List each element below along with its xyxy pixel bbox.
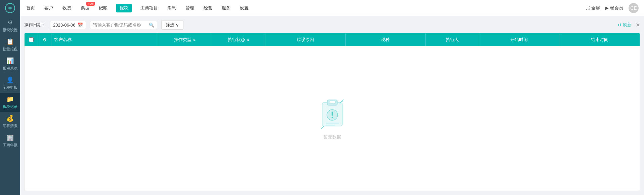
th-operation-type[interactable]: 操作类型 ⇅ — [158, 33, 212, 46]
date-input[interactable]: 2023-06-06 📅 — [50, 21, 86, 29]
start-time-label: 开始时间 — [510, 37, 528, 43]
calendar-icon: 📅 — [78, 23, 83, 28]
sidebar-item-label: 工商年报 — [3, 143, 17, 148]
topnav-right: ⛶ 全屏 ▶ 畅会员 CE — [586, 3, 639, 13]
member-label: 畅会员 — [610, 5, 623, 11]
nav-piaoju[interactable]: 票据 new — [80, 4, 90, 12]
sidebar-item-geshuishenbao[interactable]: 👤 个税申报 — [0, 74, 20, 93]
error-reason-label: 错误原因 — [297, 37, 314, 43]
overview-icon: 📊 — [6, 57, 14, 65]
refresh-icon: ↺ — [618, 23, 621, 28]
sidebar-item-label: 个税申报 — [3, 85, 17, 90]
th-end-time: 结束时间 — [559, 33, 640, 46]
tax-type-label: 税种 — [381, 37, 390, 43]
logo — [0, 0, 20, 16]
person-icon: 👤 — [6, 76, 14, 84]
toolbar: 操作日期： 2023-06-06 📅 🔍 筛选 ∨ ↺ 刷新 ✕ — [24, 20, 640, 30]
empty-illustration — [317, 96, 347, 130]
date-value: 2023-06-06 — [53, 23, 76, 28]
th-checkbox[interactable] — [25, 33, 38, 46]
fullscreen-icon: ⛶ — [586, 5, 590, 10]
svg-rect-9 — [326, 123, 339, 124]
executor-label: 执行人 — [446, 37, 459, 43]
sidebar-item-huisuan-jiaona[interactable]: 💰 汇算清缴 — [0, 112, 20, 131]
table-container: ⚙ 客户名称 操作类型 ⇅ 执行状态 ⇅ 错误原因 税种 — [24, 33, 640, 191]
table-header: ⚙ 客户名称 操作类型 ⇅ 执行状态 ⇅ 错误原因 税种 — [25, 33, 640, 46]
settings-icon: ⚙ — [7, 19, 13, 26]
batch-icon: 📋 — [6, 38, 14, 45]
sort-icon: ⇅ — [193, 38, 196, 42]
search-icon: 🔍 — [149, 23, 154, 28]
empty-text: 暂无数据 — [324, 134, 341, 140]
sidebar-item-baoshui-shezhi[interactable]: ⚙ 报税设置 — [0, 16, 20, 35]
th-settings: ⚙ — [38, 33, 51, 46]
nav-guanli[interactable]: 管理 — [185, 4, 195, 12]
sidebar-item-gongshang-nianbao[interactable]: 🏢 工商年报 — [0, 131, 20, 150]
record-icon: 📁 — [6, 95, 14, 103]
sidebar: ⚙ 报税设置 📋 批量报税 📊 报税总览 👤 个税申报 📁 报税记录 💰 汇算清… — [0, 0, 20, 195]
exec-status-label: 执行状态 — [228, 37, 245, 43]
user-avatar[interactable]: CE — [629, 3, 639, 13]
th-error-reason: 错误原因 — [265, 33, 346, 46]
filter-label: 筛选 — [166, 22, 174, 28]
date-label: 操作日期： — [24, 22, 46, 28]
fullscreen-button[interactable]: ⛶ 全屏 — [586, 5, 600, 11]
th-customer-name: 客户名称 — [51, 33, 158, 46]
sidebar-item-label: 报税总览 — [3, 66, 17, 71]
nav-shezhi[interactable]: 设置 — [239, 4, 249, 12]
toolbar-right: ↺ 刷新 ✕ — [618, 22, 640, 28]
sidebar-item-label: 报税设置 — [3, 28, 17, 33]
content-area: 操作日期： 2023-06-06 📅 🔍 筛选 ∨ ↺ 刷新 ✕ — [20, 16, 644, 195]
chevron-down-icon: ∨ — [176, 23, 179, 28]
refresh-label: 刷新 — [623, 22, 632, 28]
th-executor: 执行人 — [426, 33, 479, 46]
payment-icon: 💰 — [6, 115, 14, 122]
nav-baoshui[interactable]: 报税 — [116, 4, 132, 12]
member-icon: ▶ — [605, 5, 609, 10]
settings-col-icon: ⚙ — [43, 37, 47, 42]
customer-name-label: 客户名称 — [54, 37, 72, 43]
table-body: 暂无数据 — [25, 46, 640, 191]
svg-rect-10 — [326, 125, 335, 126]
nav-xiaoxi[interactable]: 消息 — [167, 4, 177, 12]
sidebar-item-piliang-baoshui[interactable]: 📋 批量报税 — [0, 35, 20, 54]
search-input[interactable] — [93, 23, 147, 28]
search-box[interactable]: 🔍 — [90, 21, 157, 29]
svg-rect-3 — [329, 101, 335, 104]
member-button[interactable]: ▶ 畅会员 — [605, 5, 623, 11]
fullscreen-label: 全屏 — [591, 5, 600, 11]
th-start-time: 开始时间 — [479, 33, 559, 46]
nav-home[interactable]: 首页 — [26, 4, 36, 12]
main-area: 首页 客户 收费 票据 new 记账 报税 工商项目 消息 管理 经营 服务 设… — [20, 0, 644, 195]
empty-state: 暂无数据 — [317, 96, 347, 140]
nav-jingying[interactable]: 经营 — [203, 4, 213, 12]
nav-jizhang[interactable]: 记账 — [98, 4, 108, 12]
new-badge: new — [86, 2, 95, 6]
nav-fuwu[interactable]: 服务 — [221, 4, 231, 12]
nav-shoufei[interactable]: 收费 — [62, 4, 72, 12]
th-tax-type: 税种 — [346, 33, 426, 46]
sidebar-item-label: 批量报税 — [3, 47, 17, 52]
top-nav: 首页 客户 收费 票据 new 记账 报税 工商项目 消息 管理 经营 服务 设… — [20, 0, 644, 16]
annual-icon: 🏢 — [6, 134, 14, 141]
close-button[interactable]: ✕ — [636, 22, 640, 28]
refresh-button[interactable]: ↺ 刷新 — [618, 22, 632, 28]
select-all-checkbox[interactable] — [29, 37, 34, 42]
nav-gongshang[interactable]: 工商项目 — [140, 4, 159, 12]
sidebar-item-label: 汇算清缴 — [3, 123, 17, 128]
svg-line-11 — [321, 126, 324, 129]
th-exec-status[interactable]: 执行状态 ⇅ — [212, 33, 265, 46]
sidebar-item-baoshui-zongjie[interactable]: 📊 报税总览 — [0, 54, 20, 74]
sidebar-item-label: 报税记录 — [3, 104, 17, 109]
nav-customer[interactable]: 客户 — [44, 4, 54, 12]
filter-button[interactable]: 筛选 ∨ — [161, 20, 183, 30]
end-time-label: 结束时间 — [591, 37, 608, 43]
svg-rect-6 — [332, 117, 333, 118]
sidebar-item-baoshui-jilu[interactable]: 📁 报税记录 — [0, 93, 20, 112]
svg-rect-5 — [332, 112, 333, 116]
sort-icon: ⇅ — [247, 38, 249, 42]
operation-type-label: 操作类型 — [174, 37, 191, 43]
